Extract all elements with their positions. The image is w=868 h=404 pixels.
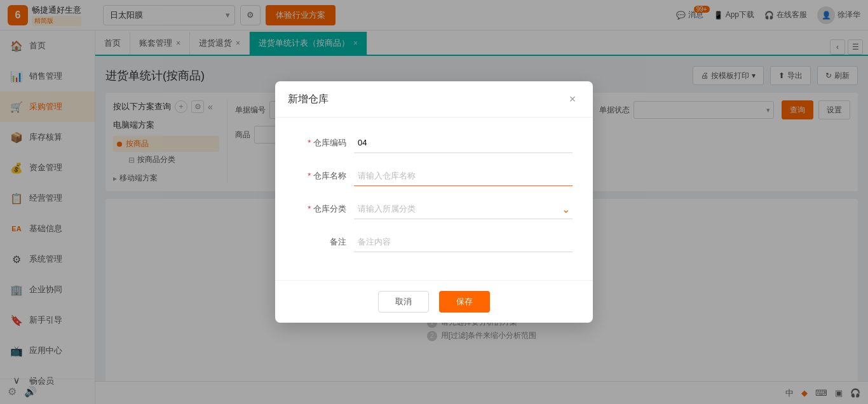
note-input[interactable] (354, 232, 573, 252)
modal-title: 新增仓库 (288, 93, 329, 106)
name-label: 仓库名称 (295, 170, 346, 182)
code-input[interactable] (354, 133, 573, 153)
name-input[interactable] (354, 166, 573, 186)
code-label: 仓库编码 (295, 137, 346, 149)
category-input[interactable] (354, 199, 573, 219)
modal-close-button[interactable]: × (565, 91, 580, 107)
form-row-name: 仓库名称 (295, 166, 573, 186)
form-row-note: 备注 (295, 232, 573, 252)
modal-footer: 取消 保存 (275, 280, 593, 323)
form-row-category: 仓库分类 ⌄ (295, 199, 573, 219)
modal-overlay[interactable]: 新增仓库 × 仓库编码 仓库名称 仓库分类 ⌄ 备注 (0, 0, 868, 404)
category-select-row: ⌄ (354, 199, 573, 219)
save-button[interactable]: 保存 (439, 291, 490, 313)
category-label: 仓库分类 (295, 203, 346, 215)
form-row-code: 仓库编码 (295, 133, 573, 153)
add-warehouse-modal: 新增仓库 × 仓库编码 仓库名称 仓库分类 ⌄ 备注 (275, 81, 593, 323)
cancel-button[interactable]: 取消 (378, 291, 429, 313)
note-label: 备注 (295, 236, 346, 248)
modal-body: 仓库编码 仓库名称 仓库分类 ⌄ 备注 (275, 118, 593, 280)
modal-header: 新增仓库 × (275, 81, 593, 118)
